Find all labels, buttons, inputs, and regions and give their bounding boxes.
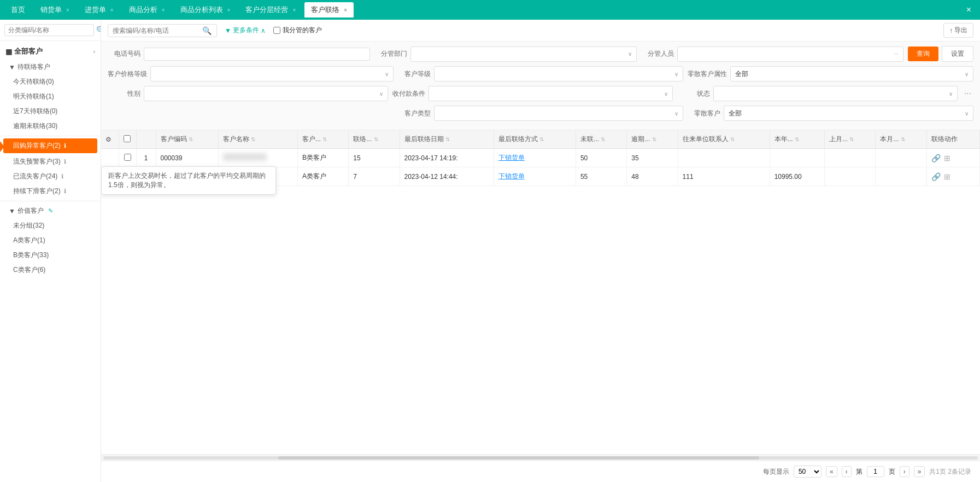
- sidebar-item-ungrouped[interactable]: 未分组(32): [0, 218, 101, 233]
- action-qr-icon-1[interactable]: ⊞: [944, 172, 950, 181]
- col-this-year-header[interactable]: 本年... ⇅: [770, 130, 824, 149]
- retail-attr-select[interactable]: 全部 ∨: [730, 66, 973, 82]
- window-close-button[interactable]: ×: [962, 5, 976, 15]
- row-checkbox-0[interactable]: [124, 154, 131, 161]
- gender-select[interactable]: ∨: [144, 86, 388, 101]
- tooltip-text: 距客户上次交易时长，超过了此客户的平均交易周期的1.5倍，则视为异常。: [108, 172, 266, 189]
- sidebar-search-input[interactable]: [4, 24, 94, 36]
- sidebar-item-overdue[interactable]: 逾期未联络(30): [0, 119, 101, 133]
- sidebar-search-icon[interactable]: 🔍: [96, 26, 101, 34]
- export-button[interactable]: ↑ 导出: [943, 23, 973, 38]
- price-level-select[interactable]: ∨: [150, 66, 394, 82]
- row-method-link-1[interactable]: 下销货单: [498, 172, 525, 180]
- action-link-icon-1[interactable]: 🔗: [931, 172, 941, 181]
- col-name-header[interactable]: 客户名称 ⇅: [218, 130, 297, 149]
- sidebar-item-class-a[interactable]: A类客户(1): [0, 233, 101, 248]
- col-date-header[interactable]: 最后联络日期 ⇅: [400, 130, 494, 149]
- first-page-button[interactable]: «: [826, 466, 837, 477]
- row-last-month-0: [825, 149, 876, 167]
- my-customers-checkbox[interactable]: [273, 27, 280, 34]
- phone-input[interactable]: [144, 48, 370, 61]
- nav-tab-首页[interactable]: 首页: [4, 2, 32, 18]
- col-code-header[interactable]: 客户编码 ⇅: [156, 130, 218, 149]
- tab-close-icon[interactable]: ×: [66, 7, 69, 13]
- next-page-button[interactable]: ›: [900, 466, 909, 477]
- status-select[interactable]: ∨: [713, 86, 958, 101]
- settings-button[interactable]: 设置: [942, 46, 973, 62]
- more-options-dots[interactable]: ···: [962, 89, 973, 98]
- select-all-checkbox[interactable]: [124, 135, 131, 142]
- sidebar-item-today[interactable]: 今天待联络(0): [0, 74, 101, 89]
- filter-row-1: 电话号码 分管部门 ∨ 分管人员 ···: [108, 46, 973, 62]
- col-last-month-header[interactable]: 上月... ⇅: [825, 130, 876, 149]
- nav-tab-商品分析列表[interactable]: 商品分析列表×: [174, 2, 237, 18]
- sidebar-item-class-c[interactable]: C类客户(6): [0, 263, 101, 277]
- nav-tab-商品分析[interactable]: 商品分析×: [122, 2, 172, 18]
- customer-level-select[interactable]: ∨: [434, 66, 684, 82]
- row-contact-0: 15: [349, 149, 400, 167]
- search-icon[interactable]: 🔍: [202, 26, 212, 35]
- sidebar-item-churn-warning[interactable]: 流失预警客户(3) ℹ: [0, 154, 101, 169]
- row-this-month-0: [876, 149, 926, 167]
- col-contact-header[interactable]: 联络... ⇅: [349, 130, 400, 149]
- col-level-header[interactable]: 客户... ⇅: [297, 130, 348, 149]
- query-button[interactable]: 查询: [908, 47, 938, 61]
- row-check-0[interactable]: [119, 149, 136, 167]
- sidebar-group-pending[interactable]: ▼ 待联络客户: [0, 60, 101, 74]
- all-customers-title[interactable]: ▦ 全部客户 ›: [0, 43, 101, 60]
- sidebar-group-value[interactable]: ▼ 价值客户 ✎: [0, 204, 101, 218]
- page-number-input[interactable]: [867, 466, 884, 477]
- action-link-icon-0[interactable]: 🔗: [931, 154, 941, 162]
- tab-close-icon[interactable]: ×: [227, 7, 231, 13]
- sidebar-item-repurchase-anomaly[interactable]: 回购异常客户(2) ℹ: [3, 138, 97, 153]
- tab-close-icon[interactable]: ×: [162, 7, 165, 13]
- sidebar-collapse-icon[interactable]: ›: [93, 49, 95, 55]
- person-select[interactable]: ···: [677, 47, 903, 62]
- col-method-header[interactable]: 最后联络方式 ⇅: [494, 130, 576, 149]
- sidebar-divider1: [0, 136, 101, 136]
- sidebar-item-declining[interactable]: 持续下滑客户(2) ℹ: [0, 184, 101, 199]
- prev-page-button[interactable]: ‹: [842, 466, 852, 477]
- action-qr-icon-0[interactable]: ⊞: [944, 154, 950, 162]
- dept-select[interactable]: ∨: [410, 47, 637, 62]
- col-setting-header[interactable]: ⚙: [101, 130, 119, 149]
- sidebar-item-churned[interactable]: 已流失客户(24) ℹ: [0, 169, 101, 184]
- nav-tab-客户联络[interactable]: 客户联络×: [304, 2, 354, 18]
- nav-tab-进货单[interactable]: 进货单×: [78, 2, 120, 18]
- sidebar-item-class-b[interactable]: B类客户(33): [0, 248, 101, 263]
- tab-close-icon[interactable]: ×: [110, 7, 114, 13]
- sidebar-item-tomorrow[interactable]: 明天待联络(1): [0, 89, 101, 104]
- per-page-select[interactable]: 50 100 200: [794, 466, 821, 478]
- scroll-track[interactable]: [103, 456, 978, 460]
- row-year-1: 10995.00: [770, 167, 824, 186]
- customer-type-select[interactable]: ∨: [434, 106, 684, 121]
- payment-select[interactable]: ∨: [429, 86, 673, 101]
- col-check-header[interactable]: [119, 130, 136, 149]
- customer-type-label: 客户类型: [398, 109, 431, 118]
- my-customers-checkbox-label[interactable]: 我分管的客户: [273, 26, 322, 35]
- nav-tab-客户分层经营[interactable]: 客户分层经营×: [239, 2, 302, 18]
- table-header-row: ⚙ 客户编码 ⇅ 客户名称 ⇅ 客户... ⇅ 联络... ⇅ 最后联络日期 ⇅…: [101, 130, 980, 149]
- last-page-button[interactable]: »: [914, 466, 925, 477]
- more-conditions-button[interactable]: ▼ 更多条件 ∧: [222, 26, 268, 35]
- row-method-0[interactable]: 下销货单: [494, 149, 576, 167]
- col-unread-header[interactable]: 未联... ⇅: [576, 130, 626, 149]
- advanced-filter: 电话号码 分管部门 ∨ 分管人员 ···: [101, 42, 980, 130]
- tab-close-icon[interactable]: ×: [344, 7, 347, 13]
- filter-actions: 查询 设置: [908, 46, 973, 62]
- nav-tab-销货单[interactable]: 销货单×: [34, 2, 76, 18]
- col-unit-contact-header[interactable]: 往来单位联系人 ⇅: [678, 130, 770, 149]
- tab-close-icon[interactable]: ×: [292, 7, 296, 13]
- edit-icon[interactable]: ✎: [48, 207, 53, 214]
- retail-customer-select[interactable]: 全部 ∨: [724, 106, 973, 121]
- sidebar-item-7days[interactable]: 近7天待联络(0): [0, 104, 101, 119]
- row-method-link-0[interactable]: 下销货单: [498, 154, 525, 161]
- table-row: 1 000039 B类客户 15 2023-04-17 14:19: 下销货单 …: [101, 149, 980, 167]
- col-overdue-header[interactable]: 逾期... ⇅: [627, 130, 678, 149]
- row-setting-0: [101, 149, 119, 167]
- main-search-input[interactable]: [113, 27, 200, 34]
- horizontal-scrollbar[interactable]: [101, 454, 980, 461]
- scroll-thumb[interactable]: [278, 456, 759, 460]
- row-method-1[interactable]: 下销货单: [494, 167, 576, 186]
- col-this-month-header[interactable]: 本月... ⇅: [876, 130, 926, 149]
